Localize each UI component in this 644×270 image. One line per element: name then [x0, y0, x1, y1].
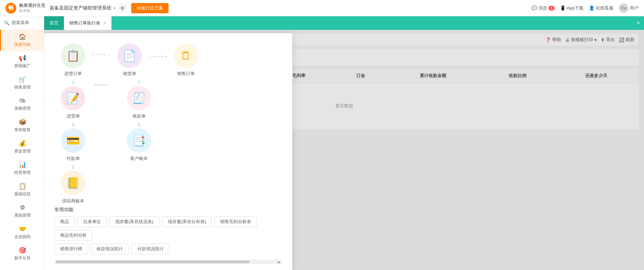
func-btn-sales-rank[interactable]: 销售排行榜: [54, 244, 88, 254]
sidebar-item-label-operation: 经营管理: [14, 170, 31, 176]
top-bar-right: 💬 消息 6 📱 App下载 👤 在线客服 Ea 用户: [532, 3, 639, 13]
sidebar-item-marketing[interactable]: 📢 营销推广: [0, 51, 44, 72]
arrow-down-2: ↓: [71, 120, 75, 128]
tab-bar-close-icon[interactable]: ×: [637, 20, 640, 26]
center-arrows: →: [92, 43, 111, 112]
flow-node-payment[interactable]: 💳 付款单: [54, 128, 92, 162]
system-icon: ⚙: [20, 204, 25, 211]
popup-scrollbar[interactable]: ▶: [54, 260, 282, 264]
message-button[interactable]: 💬 消息 6: [532, 5, 555, 11]
sidebar-item-label-enterprise: 企业协同: [14, 234, 31, 240]
scroll-right-arrow[interactable]: ▶: [277, 260, 282, 264]
flow-right-col: 📄 销货单 ←: [111, 43, 205, 162]
service-icon: 👤: [589, 5, 594, 11]
receipt-icon: 🧾: [132, 92, 146, 105]
user-area[interactable]: Ea 用户: [619, 3, 639, 13]
popup-box: 📋 进货订单 ↓ 📝: [44, 33, 292, 270]
user-label: 用户: [630, 5, 639, 11]
sales-bill-label: 销货单: [123, 71, 136, 77]
tab-sales-order-exec[interactable]: 销售订单执行表 ×: [64, 16, 111, 30]
arrow-dashed-right: ←: [148, 54, 167, 66]
func-title: 常用功能: [54, 207, 282, 213]
arrow-down-1: ↓: [71, 77, 75, 85]
tab-sales-order-exec-label: 销售订单执行表: [69, 20, 100, 26]
message-icon: 💬: [532, 5, 537, 11]
sales-order-icon: 🗒: [180, 50, 191, 62]
func-btn-inventory-status[interactable]: 现存量(库存状况表): [109, 216, 159, 227]
flow-receipt-row: 🧾 收款单: [120, 86, 195, 119]
func-btn-receipt-stat[interactable]: 收款情况统计: [91, 244, 129, 254]
arrow-down-4: ↓: [137, 77, 141, 85]
basic-info-icon: 📋: [19, 182, 26, 190]
sidebar-item-guide[interactable]: 🎯 新手引导: [0, 243, 44, 265]
logo-text: 畅康通好生意: [19, 3, 46, 8]
popup-overlay: 📋 进货订单 ↓ 📝: [44, 30, 644, 270]
sidebar-item-inventory[interactable]: 📦 库存核算: [0, 115, 44, 136]
sys-title-dropdown-icon[interactable]: ▾: [114, 6, 116, 11]
func-btn-product-margin[interactable]: 商品毛利分析: [54, 230, 92, 241]
flow-left-col: 📋 进货订单 ↓ 📝: [54, 43, 92, 204]
sidebar-item-basic-info[interactable]: 📋 基础信息: [0, 179, 44, 200]
func-btn-product[interactable]: 商品: [54, 216, 75, 227]
operation-icon: 📊: [19, 161, 26, 168]
message-badge: 6: [549, 6, 555, 11]
online-service-label: 在线客服: [596, 5, 613, 11]
main-area: 🔍 搜索菜单 🏠 快捷导航 📢 营销推广 🛒 销售管理 🛍 采购管理 📦: [0, 16, 644, 270]
sidebar-item-label-finance: 资金管理: [14, 148, 31, 154]
purchase-order-icon: 📋: [66, 49, 80, 62]
logo-icon: 畅: [5, 3, 16, 14]
sidebar-item-system[interactable]: ⚙ 系统管理: [0, 200, 44, 222]
sidebar-item-purchase[interactable]: 🛍 采购管理: [0, 94, 44, 115]
sidebar-item-label-system: 系统管理: [14, 213, 31, 218]
func-btn-inventory-dist[interactable]: 现存量(库存分布表): [162, 216, 212, 227]
sidebar-item-label-marketing: 营销推广: [14, 63, 31, 69]
flow-node-supplier-ledger[interactable]: 📒 供应商账本: [54, 171, 92, 204]
flow-node-customer-ledger[interactable]: 📑 客户账本: [120, 128, 158, 162]
app-download-label: App下载: [567, 5, 584, 11]
receipt-circle: 🧾: [127, 86, 151, 110]
sidebar-item-enterprise[interactable]: 🤝 企业协同: [0, 222, 44, 243]
tab-bar: 首页 销售订单执行表 × ×: [44, 16, 644, 30]
marketing-icon: 📢: [19, 54, 26, 62]
search-menu[interactable]: 🔍 搜索菜单: [0, 16, 44, 30]
sales-order-label: 销售订单: [177, 71, 195, 77]
sales-order-circle: 🗒: [174, 43, 198, 68]
sidebar-item-label-inventory: 库存核算: [14, 127, 31, 133]
gear-button[interactable]: ⚙: [118, 3, 127, 13]
logo-text-area: 畅康通好生意 标准版: [19, 3, 46, 13]
sales-bill-circle: 📄: [117, 43, 142, 68]
supplier-ledger-circle: 📒: [61, 171, 85, 195]
logo-area: 畅 畅康通好生意 标准版: [5, 3, 46, 14]
flow-node-sales-bill[interactable]: 📄 销货单: [111, 43, 148, 77]
inventory-icon: 📦: [19, 118, 26, 126]
flow-node-purchase-order[interactable]: 📋 进货订单: [54, 43, 92, 77]
online-service-button[interactable]: 👤 在线客服: [589, 5, 613, 11]
arrow-down-5: ↓: [137, 120, 141, 128]
app-download-button[interactable]: 📱 App下载: [560, 5, 584, 11]
sales-bill-icon: 📄: [123, 49, 136, 62]
func-buttons: 商品 往来单位 现存量(库存状况表) 现存量(库存分布表) 销售毛利分析表 商品…: [54, 216, 282, 241]
supplier-ledger-icon: 📒: [66, 177, 80, 190]
flow-node-receipt[interactable]: 🧾 收款单: [120, 86, 158, 119]
sidebar-item-label-basic-info: 基础信息: [14, 191, 31, 197]
sidebar-item-quick-nav[interactable]: 🏠 快捷导航: [0, 30, 44, 51]
tab-home[interactable]: 首页: [44, 16, 64, 30]
trial-button[interactable]: 体验行业方案: [131, 3, 169, 13]
message-label: 消息: [538, 5, 547, 11]
func-btn-sales-margin[interactable]: 销售毛利分析表: [214, 216, 257, 227]
flow-node-purchase-bill[interactable]: 📝 进货单: [54, 86, 92, 119]
search-menu-label: 搜索菜单: [12, 20, 29, 26]
payment-label: 付款单: [67, 156, 80, 162]
sidebar-item-operation[interactable]: 📊 经营管理: [0, 158, 44, 179]
sidebar-item-finance[interactable]: 💰 资金管理: [0, 136, 44, 158]
func-btn-payment-stat[interactable]: 付款情况统计: [132, 244, 170, 254]
payment-icon: 💳: [66, 134, 80, 147]
tab-close-icon[interactable]: ×: [104, 21, 106, 25]
supplier-ledger-label: 供应商账本: [62, 198, 84, 204]
func-section: 常用功能 商品 往来单位 现存量(库存状况表) 现存量(库存分布表) 销售毛利分…: [54, 207, 282, 254]
func-btn-contact[interactable]: 往来单位: [77, 216, 107, 227]
purchase-order-circle: 📋: [61, 43, 85, 68]
sys-title: 装备及固定资产辅助管理系统: [50, 5, 111, 11]
flow-node-sales-order[interactable]: 🗒 销售订单: [167, 43, 205, 77]
sidebar-item-sales[interactable]: 🛒 销售管理: [0, 72, 44, 94]
